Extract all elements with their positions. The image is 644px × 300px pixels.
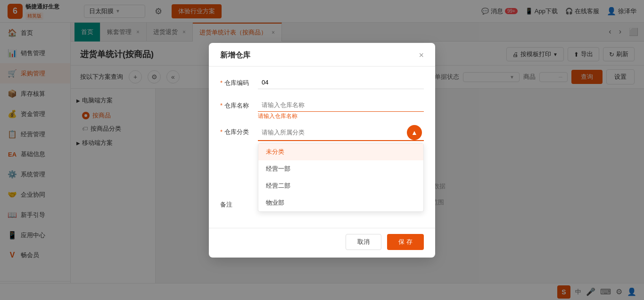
warehouse-code-input[interactable] <box>258 76 424 89</box>
warehouse-name-input[interactable] <box>258 99 424 112</box>
warehouse-category-row: * 仓库分类 ▲ 未分类 经营一部 经营二部 物业部 <box>220 125 424 141</box>
warehouse-category-label: * 仓库分类 <box>220 125 258 136</box>
category-wrapper: ▲ 未分类 经营一部 经营二部 物业部 <box>258 125 424 141</box>
save-btn[interactable]: 保 存 <box>387 234 424 250</box>
modal-footer: 取消 保 存 <box>209 228 435 258</box>
add-warehouse-modal: 新增仓库 × * 仓库编码 * 仓库名称 请输入仓库名称 <box>209 43 435 258</box>
name-error-msg: 请输入仓库名称 <box>258 112 297 120</box>
warehouse-name-label: * 仓库名称 <box>220 99 258 110</box>
modal-header: 新增仓库 × <box>209 43 435 67</box>
modal-body: * 仓库编码 * 仓库名称 请输入仓库名称 * <box>209 67 435 228</box>
category-toggle-btn[interactable]: ▲ <box>407 125 422 140</box>
category-input[interactable] <box>258 126 407 139</box>
category-dropdown: 未分类 经营一部 经营二部 物业部 <box>258 143 424 212</box>
modal-overlay: 新增仓库 × * 仓库编码 * 仓库名称 请输入仓库名称 <box>0 0 644 300</box>
modal-title: 新增仓库 <box>220 50 250 60</box>
warehouse-name-row: * 仓库名称 请输入仓库名称 <box>220 99 424 112</box>
warehouse-note-label: 备注 <box>220 198 258 209</box>
warehouse-code-row: * 仓库编码 <box>220 76 424 89</box>
dropdown-item-property[interactable]: 物业部 <box>258 194 423 211</box>
category-input-row: ▲ <box>258 125 424 141</box>
cancel-btn[interactable]: 取消 <box>346 234 381 250</box>
name-field-wrapper: 请输入仓库名称 <box>258 99 424 112</box>
warehouse-code-label: * 仓库编码 <box>220 76 258 87</box>
modal-close-btn[interactable]: × <box>419 50 424 60</box>
dropdown-item-uncategorized[interactable]: 未分类 <box>258 143 423 160</box>
dropdown-item-dept1[interactable]: 经营一部 <box>258 160 423 177</box>
dropdown-item-dept2[interactable]: 经营二部 <box>258 177 423 194</box>
